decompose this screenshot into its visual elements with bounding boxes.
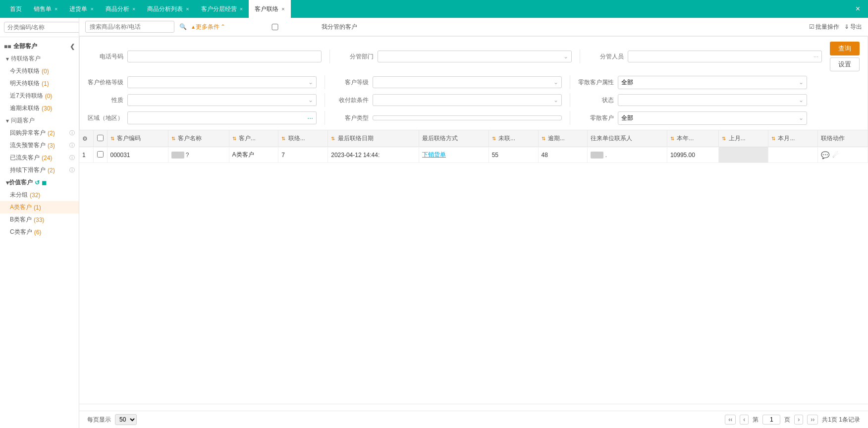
row-checkbox[interactable]	[97, 151, 104, 158]
more-conditions-btn[interactable]: ▴ 更多条件 ⌃	[192, 23, 225, 31]
search-button[interactable]: 🔍	[179, 23, 187, 30]
filter-input-phone[interactable]	[127, 51, 322, 62]
nav-tab-purchase[interactable]: 进货单 ×	[63, 0, 99, 18]
select-all-checkbox[interactable]	[97, 135, 104, 141]
filter-select-dept[interactable]: ⌄	[378, 51, 572, 62]
nav-home[interactable]: 首页	[4, 0, 28, 18]
export-btn[interactable]: ⇓ 导出	[844, 23, 862, 31]
sidebar-item-c-class[interactable]: C类客户 (6)	[0, 226, 79, 238]
add-icon[interactable]: ◼	[42, 179, 47, 186]
my-customers-check[interactable]	[230, 24, 320, 30]
sidebar-all-customers[interactable]: ■■ 全部客户 ❮	[0, 39, 79, 53]
sidebar-problem-group[interactable]: ▾ 问题客户	[0, 114, 79, 127]
close-purchase-tab[interactable]: ×	[90, 6, 93, 12]
filter-select-person[interactable]: ···	[628, 51, 822, 62]
nav-tab-product-analysis[interactable]: 商品分析 ×	[100, 0, 141, 18]
sidebar-item-abnormal[interactable]: 回购异常客户 (2) ⓘ	[0, 127, 79, 139]
filter-cell-region: 区域（地区） ···	[88, 111, 317, 124]
chevron-down-icon: ⌃	[220, 23, 225, 30]
nav-tab-product-list[interactable]: 商品分析列表 ×	[141, 0, 195, 18]
message-icon[interactable]: 💬	[821, 151, 829, 159]
h-scrollbar[interactable]	[79, 404, 868, 411]
sidebar-item-7days[interactable]: 近7天待联络 (0)	[0, 90, 79, 102]
filter-cell-status: 状态 ⌄	[578, 94, 807, 106]
chevron-retail2-icon: ⌄	[799, 114, 804, 121]
last-method-link[interactable]: 下销货单	[422, 151, 446, 158]
close-product-list-tab[interactable]: ×	[186, 6, 189, 12]
sidebar-item-overdue[interactable]: 逾期未联络 (30)	[0, 102, 79, 114]
cell-last-method[interactable]: 下销货单	[419, 147, 489, 163]
table-row: 1 000031 ▇▇ ? A类客户 7 2023-04-12 14:	[79, 147, 868, 163]
sidebar-item-tomorrow[interactable]: 明天待联络 (1)	[0, 77, 79, 90]
dots-icon: ···	[814, 53, 818, 60]
batch-op-btn[interactable]: ☑ 批量操作	[809, 23, 839, 31]
nav-tab-customer-contact[interactable]: 客户联络 ×	[249, 0, 290, 18]
sidebar-item-lost[interactable]: 已流失客户 (24) ⓘ	[0, 152, 79, 164]
first-page-btn[interactable]: ‹‹	[725, 415, 736, 425]
sidebar-item-a-class[interactable]: A类客户 (1)	[0, 201, 79, 214]
sidebar-item-b-class[interactable]: B类客户 (33)	[0, 214, 79, 226]
qr-icon[interactable]: ☄	[832, 151, 839, 159]
cell-this-year: 10995.00	[667, 147, 718, 163]
refresh-icon[interactable]: ↺	[35, 179, 40, 186]
sidebar-item-ungroup[interactable]: 未分组 (32)	[0, 189, 79, 201]
col-last-month: ⇅ 上月...	[719, 130, 768, 147]
close-product-tab[interactable]: ×	[132, 6, 135, 12]
global-close-btn[interactable]: ×	[852, 4, 864, 13]
arrow-down-icon: ▾	[6, 55, 9, 62]
filter-label-retail: 零散客户	[578, 114, 618, 122]
query-button[interactable]: 查询	[830, 42, 860, 55]
prev-page-btn[interactable]: ‹	[740, 415, 749, 425]
total-pages-label: 页	[784, 416, 790, 424]
arrow-down-icon2: ▾	[6, 117, 9, 124]
filter-label-status: 状态	[578, 96, 618, 105]
close-contact-tab[interactable]: ×	[281, 6, 284, 12]
filter-select-cust-grade[interactable]: ⌄	[373, 76, 562, 88]
page-input[interactable]	[762, 415, 780, 425]
filter-select-cust-type[interactable]	[373, 115, 562, 120]
col-settings[interactable]: ⚙	[79, 130, 93, 147]
filter-select-retail-attr[interactable]: 全部 ⌄	[618, 76, 807, 89]
per-page-select[interactable]: 50	[115, 414, 137, 425]
filter-select-payment[interactable]: ⌄	[373, 94, 562, 106]
cell-checkbox[interactable]	[93, 147, 107, 163]
sidebar-search-input[interactable]	[4, 22, 79, 33]
filter-label-region: 区域（地区）	[88, 114, 127, 122]
filter-bar: 🔍 ▴ 更多条件 ⌃ 我分管的客户 ☑ 批量操作 ⇓ 导出	[79, 18, 868, 36]
chevron-payment-icon: ⌄	[553, 97, 558, 104]
sidebar-item-today[interactable]: 今天待联络 (0)	[0, 65, 79, 77]
table-container: ⚙ ⇅ 客户编码 ⇅ 客户名称	[79, 130, 868, 404]
filter-label-payment: 收付款条件	[333, 96, 373, 105]
top-nav: 首页 销售单 × 进货单 × 商品分析 × 商品分析列表 × 客户分层经营 × …	[0, 0, 868, 18]
close-sales-tab[interactable]: ×	[54, 6, 57, 12]
filter-row-1: 电话号码 分管部门 ⌄ 分管人员	[88, 42, 860, 71]
search-input[interactable]	[85, 21, 174, 33]
unit-contact-text: .	[605, 152, 607, 159]
last-page-btn[interactable]: ››	[807, 415, 818, 425]
info-icon-abnormal: ⓘ	[69, 129, 75, 137]
table-body: 1 000031 ▇▇ ? A类客户 7 2023-04-12 14:	[79, 147, 868, 163]
col-this-month: ⇅ 本月...	[768, 130, 818, 147]
customers-table: ⚙ ⇅ 客户编码 ⇅ 客户名称	[79, 130, 868, 163]
filter-select-price-grade[interactable]: ⌄	[127, 76, 317, 88]
close-segment-tab[interactable]: ×	[240, 6, 243, 12]
collapse-icon: ❮	[70, 43, 75, 50]
cell-name-text: ?	[186, 152, 189, 159]
setting-button[interactable]: 设置	[830, 57, 860, 71]
filter-select-nature[interactable]: ⌄	[127, 94, 317, 106]
next-page-btn[interactable]: ›	[794, 415, 803, 425]
my-customers-checkbox[interactable]: 我分管的客户	[230, 23, 357, 31]
nav-tab-sales[interactable]: 销售单 ×	[28, 0, 63, 18]
sidebar-item-lostwarning[interactable]: 流失预警客户 (3) ⓘ	[0, 139, 79, 152]
nav-tab-customer-segment[interactable]: 客户分层经营 ×	[195, 0, 249, 18]
filter-select-retail[interactable]: 全部 ⌄	[618, 111, 807, 125]
app-container: 首页 销售单 × 进货单 × 商品分析 × 商品分析列表 × 客户分层经营 × …	[0, 0, 868, 428]
sidebar-item-declining[interactable]: 持续下滑客户 (2) ⓘ	[0, 164, 79, 176]
col-sort-icon4: ⇅	[281, 136, 285, 141]
sidebar-pending-group[interactable]: ▾ 待联络客户	[0, 53, 79, 65]
filter-select-status[interactable]: ⌄	[618, 94, 807, 106]
filter-cell-person: 分管人员 ···	[588, 51, 822, 62]
col-checkbox[interactable]	[93, 130, 107, 147]
filter-select-region[interactable]: ···	[127, 111, 317, 124]
filter-label-price-grade: 客户价格等级	[88, 78, 127, 87]
